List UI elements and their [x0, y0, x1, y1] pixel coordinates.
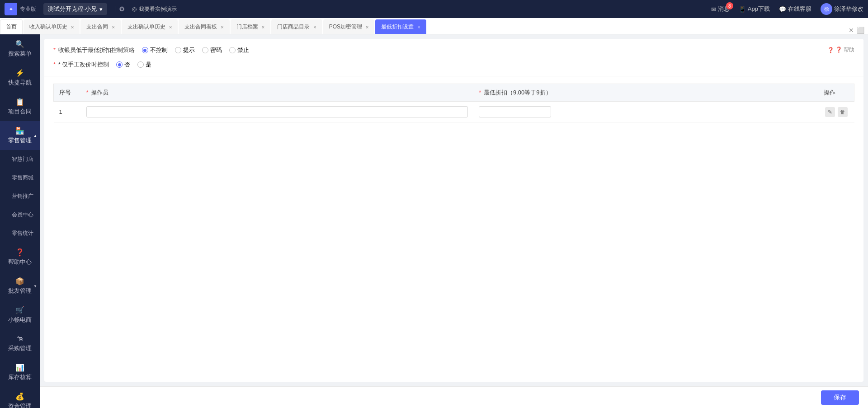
- sidebar-label-wholesale: 批发管理: [8, 287, 32, 295]
- sidebar-item-purchase[interactable]: 🛍 采购管理: [0, 329, 40, 358]
- radio-manual-no-circle[interactable]: [116, 61, 123, 68]
- tab-bar-actions: ✕ ⬜: [845, 27, 868, 34]
- cell-operator[interactable]: [81, 102, 474, 122]
- tab-income-confirm[interactable]: 收入确认单历史 ×: [24, 19, 80, 34]
- delete-row-button[interactable]: 🗑: [838, 107, 848, 117]
- policy-radio-remind[interactable]: 提示: [175, 46, 195, 54]
- sidebar-item-retail-mall[interactable]: 零售商城: [0, 169, 40, 187]
- expand-window-icon[interactable]: ⬜: [857, 27, 864, 34]
- content-area: ❓ ❓ 帮助 * 收银员低于最低折扣控制策略 不控制: [40, 34, 868, 386]
- sidebar: 🔍 搜索菜单 ⚡ 快捷导航 📋 项目合同 🏪 零售管理 智慧门店 零售商城 营销…: [0, 34, 40, 408]
- bottom-bar: 保存: [40, 386, 868, 408]
- sidebar-item-inventory[interactable]: 📊 库存核算: [0, 358, 40, 387]
- operator-input[interactable]: [86, 106, 468, 117]
- search-icon: 🔍: [15, 40, 24, 48]
- manual-price-row: * * 仅手工改价时控制 否 是: [53, 61, 854, 69]
- tab-payment-board[interactable]: 支出合同看板 ×: [179, 19, 229, 34]
- policy-radio-no-control[interactable]: 不控制: [142, 46, 168, 54]
- finance-icon: 💰: [15, 392, 24, 401]
- tab-close-icon[interactable]: ×: [366, 24, 368, 30]
- sidebar-label-purchase: 采购管理: [8, 344, 32, 352]
- form-section: ❓ ❓ 帮助 * 收银员低于最低折扣控制策略 不控制: [44, 39, 863, 76]
- sidebar-label-ecommerce: 小畅电商: [8, 316, 32, 324]
- tab-close-icon[interactable]: ×: [71, 24, 74, 30]
- sidebar-item-quick-nav[interactable]: ⚡ 快捷导航: [0, 63, 40, 92]
- tab-store-file[interactable]: 门店档案 ×: [231, 19, 270, 34]
- sidebar-label-retail: 零售管理: [8, 136, 32, 145]
- messages-button[interactable]: ✉ 消息 8: [711, 5, 730, 13]
- row-actions: ✎ 🗑: [824, 107, 849, 117]
- tab-close-icon[interactable]: ×: [262, 24, 264, 30]
- sidebar-item-marketing[interactable]: 营销推广: [0, 187, 40, 206]
- project-dropdown-icon: ▾: [99, 6, 103, 13]
- tab-home[interactable]: 首页: [0, 19, 23, 34]
- close-window-icon[interactable]: ✕: [849, 27, 854, 34]
- tab-close-icon[interactable]: ×: [221, 24, 223, 30]
- tab-close-active-icon[interactable]: ×: [417, 24, 420, 30]
- online-service-button[interactable]: 💬 在线客服: [779, 5, 811, 13]
- purchase-icon: 🛍: [16, 335, 24, 343]
- tab-pos-password[interactable]: POS加密管理 ×: [323, 19, 375, 34]
- discount-input[interactable]: [479, 106, 551, 117]
- tab-min-discount[interactable]: 最低折扣设置 ×: [375, 19, 426, 34]
- col-header-operator: * 操作员: [81, 84, 474, 102]
- settings-button[interactable]: ⚙: [119, 5, 125, 13]
- tab-close-icon[interactable]: ×: [313, 24, 316, 30]
- tab-payment-contract[interactable]: 支出合同 ×: [80, 19, 120, 34]
- cell-action: ✎ 🗑: [818, 102, 854, 122]
- help-icon: ❓: [15, 248, 24, 257]
- radio-forbid-circle[interactable]: [229, 47, 236, 53]
- radio-manual-yes-circle[interactable]: [137, 61, 144, 68]
- discount-table: 序号 * 操作员 * 最低折扣（9.00等于9折）: [53, 84, 854, 122]
- sidebar-item-project[interactable]: 📋 项目合同: [0, 92, 40, 121]
- top-bar-right: ✉ 消息 8 📱 App下载 💬 在线客服 徐 徐泽华修改: [711, 3, 863, 15]
- sidebar-label-retail-mall: 零售商城: [12, 174, 33, 182]
- sidebar-label-smart-store: 智慧门店: [12, 155, 33, 163]
- sidebar-item-retail-stats[interactable]: 零售统计: [0, 224, 40, 243]
- retail-icon: 🏪: [15, 127, 24, 135]
- app-version: 专业版: [20, 5, 36, 13]
- sidebar-item-retail[interactable]: 🏪 零售管理: [0, 121, 40, 150]
- tab-close-icon[interactable]: ×: [112, 24, 114, 30]
- policy-radio-forbid[interactable]: 禁止: [229, 46, 249, 54]
- manual-radio-no[interactable]: 否: [116, 61, 130, 69]
- user-menu[interactable]: 徐 徐泽华修改: [821, 3, 863, 15]
- sidebar-item-member[interactable]: 会员中心: [0, 206, 40, 224]
- table-section: 序号 * 操作员 * 最低折扣（9.00等于9折）: [44, 76, 863, 130]
- tab-store-product[interactable]: 门店商品目录 ×: [271, 19, 322, 34]
- manual-radio-yes[interactable]: 是: [137, 61, 151, 69]
- radio-no-control-circle[interactable]: [142, 47, 148, 53]
- radio-remind-circle[interactable]: [175, 47, 181, 53]
- sidebar-item-ecommerce[interactable]: 🛒 小畅电商: [0, 300, 40, 329]
- help-button[interactable]: ❓ ❓ 帮助: [827, 46, 854, 54]
- manual-radio-group: 否 是: [116, 61, 151, 69]
- tab-bar: 首页 收入确认单历史 × 支出合同 × 支出确认单历史 × 支出合同看板 × 门…: [0, 18, 868, 34]
- app-download-button[interactable]: 📱 App下载: [739, 5, 770, 13]
- policy-label: * 收银员低于最低折扣控制策略: [53, 46, 135, 54]
- sidebar-label-marketing: 营销推广: [12, 192, 33, 200]
- sidebar-item-search[interactable]: 🔍 搜索菜单: [0, 34, 40, 63]
- demo-link[interactable]: ◎ 我要看实例演示: [132, 5, 177, 13]
- radio-password-circle[interactable]: [202, 47, 208, 53]
- logo-icon: ✦: [5, 3, 17, 15]
- table-row: 1 ✎: [54, 102, 854, 122]
- top-bar: ✦ 专业版 测试分开克程·小兄 ▾ ⚙ ◎ 我要看实例演示 ✉ 消息 8 📱 A…: [0, 0, 868, 18]
- project-selector[interactable]: 测试分开克程·小兄 ▾: [43, 3, 107, 15]
- cell-discount[interactable]: [473, 102, 818, 122]
- sidebar-label-finance: 资金管理: [8, 402, 32, 408]
- table-body: 1 ✎: [54, 102, 854, 122]
- tab-close-icon[interactable]: ×: [169, 24, 172, 30]
- messages-badge: 8: [726, 2, 733, 9]
- sidebar-item-finance[interactable]: 💰 资金管理: [0, 387, 40, 408]
- table-header-row: 序号 * 操作员 * 最低折扣（9.00等于9折）: [54, 84, 854, 102]
- save-button[interactable]: 保存: [821, 390, 859, 405]
- edit-row-button[interactable]: ✎: [825, 107, 835, 117]
- sidebar-item-wholesale[interactable]: 📦 批发管理: [0, 272, 40, 300]
- tab-payment-confirm[interactable]: 支出确认单历史 ×: [122, 19, 178, 34]
- sidebar-label-retail-stats: 零售统计: [12, 230, 33, 237]
- inventory-icon: 📊: [15, 363, 24, 372]
- project-name: 测试分开克程·小兄: [48, 5, 97, 13]
- sidebar-item-smart-store[interactable]: 智慧门店: [0, 150, 40, 169]
- policy-radio-password[interactable]: 密码: [202, 46, 222, 54]
- sidebar-item-help[interactable]: ❓ 帮助中心: [0, 243, 40, 272]
